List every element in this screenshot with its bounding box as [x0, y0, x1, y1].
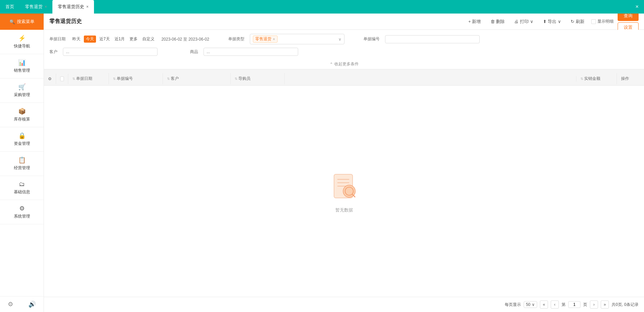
th-customer: ⇅ 客户: [163, 73, 231, 84]
sort-number-icon[interactable]: ⇅: [113, 77, 116, 81]
top-bar-close[interactable]: ×: [636, 4, 644, 10]
page-title: 零售退货历史: [49, 18, 82, 25]
product-filter-label: 商品: [190, 49, 198, 55]
date-filter-label: 单据日期: [49, 36, 66, 42]
sort-customer-icon[interactable]: ⇅: [167, 77, 170, 81]
sidebar-item-system-mgmt[interactable]: ⚙ 系统管理: [0, 200, 44, 224]
tab-retail-return-history-close[interactable]: ×: [86, 4, 89, 9]
sort-date-icon[interactable]: ⇅: [72, 77, 75, 81]
tab-retail-return-history-label: 零售退货历史: [58, 4, 84, 10]
tab-retail-return-close[interactable]: ×: [45, 4, 47, 9]
th-number: ⇅ 单据编号: [109, 73, 163, 84]
total-label: 共0页, 0条记录: [612, 302, 639, 308]
table-area: ⚙ ⇅ 单据日期 ⇅ 单据编号 ⇅ 客户 ⇅: [44, 72, 644, 312]
sidebar-item-finance-mgmt[interactable]: 🔒 资金管理: [0, 127, 44, 152]
page-input-prefix: 第: [562, 302, 566, 308]
refresh-btn[interactable]: ↻ 刷新: [568, 17, 587, 26]
quick-nav-label: 快捷导航: [14, 43, 30, 49]
inventory-icon: 📦: [18, 108, 26, 115]
sidebar-item-inventory-mgmt[interactable]: 📦 库存核算: [0, 103, 44, 127]
date-option-more[interactable]: 更多: [128, 36, 139, 43]
sidebar: 🔍 搜索菜单 ⚡ 快捷导航 📊 销售管理 🛒 采购管理 📦 库存核算 🔒 资金管…: [0, 14, 44, 312]
filter-row-2: 客户 商品: [49, 48, 639, 56]
number-filter-input[interactable]: [385, 35, 480, 43]
th-date: ⇅ 单据日期: [68, 73, 109, 84]
type-tag-close[interactable]: ×: [273, 37, 275, 42]
purchase-icon: 🛒: [18, 83, 26, 91]
th-amount-label: 实销金额: [584, 76, 600, 82]
date-option-prev[interactable]: 昨天: [71, 36, 82, 43]
display-detail-label: 显示明细: [597, 19, 614, 24]
pagination: 每页显示 50 ∨ « ‹ 第 页 › » 共0页, 0条记录: [44, 297, 644, 312]
page-input[interactable]: [568, 301, 580, 308]
new-btn-label: + 新增: [468, 19, 481, 25]
quick-nav-icon: ⚡: [18, 35, 26, 42]
table-header: ⚙ ⇅ 单据日期 ⇅ 单据编号 ⇅ 客户 ⇅: [44, 72, 644, 86]
delete-btn[interactable]: 🗑 删除: [488, 17, 508, 26]
collapse-icon: ⌃: [330, 62, 333, 67]
next-page-btn[interactable]: ›: [590, 300, 598, 309]
sidebar-item-ops-mgmt[interactable]: 📋 经营管理: [0, 152, 44, 176]
page-size-select[interactable]: 50 ∨: [524, 301, 537, 308]
th-date-label: 单据日期: [76, 76, 92, 82]
date-range-wrapper: 2023-06-02 至 2023-06-02: [161, 36, 209, 42]
date-option-custom[interactable]: 自定义: [141, 36, 156, 43]
print-btn[interactable]: 🖨 打印 ∨: [511, 17, 536, 26]
sidebar-settings-btn[interactable]: ⚙: [8, 300, 13, 308]
refresh-btn-label: ↻ 刷新: [571, 19, 585, 25]
prev-page-btn[interactable]: ‹: [551, 300, 559, 309]
ops-icon: 📋: [18, 156, 26, 164]
date-option-7days[interactable]: 近7天: [98, 36, 111, 43]
date-option-today[interactable]: 今天: [84, 36, 96, 43]
sidebar-bottom: ⚙ 🔊: [0, 296, 44, 312]
inventory-label: 库存核算: [14, 116, 30, 122]
date-range-text: 2023-06-02 至 2023-06-02: [161, 37, 209, 42]
sidebar-item-quick-nav[interactable]: ⚡ 快捷导航: [0, 30, 44, 54]
delete-btn-label: 🗑 删除: [491, 19, 505, 25]
table-settings-icon[interactable]: ⚙: [48, 76, 52, 81]
th-customer-label: 客户: [171, 76, 179, 82]
tab-retail-return[interactable]: 零售退货 ×: [20, 0, 52, 14]
sidebar-sound-btn[interactable]: 🔊: [28, 300, 36, 308]
page-header: 零售退货历史 + 新增 🗑 删除 🖨 打印 ∨ ⬆ 导出 ∨ ↻ 刷新: [44, 14, 644, 30]
display-detail-checkbox[interactable]: [591, 19, 596, 24]
date-option-1month[interactable]: 近1月: [113, 36, 126, 43]
sidebar-item-purchase-mgmt[interactable]: 🛒 采购管理: [0, 79, 44, 103]
product-filter-input[interactable]: [204, 48, 298, 56]
print-chevron-icon: ∨: [530, 19, 533, 24]
sidebar-item-basic-info[interactable]: 🗂 基础信息: [0, 176, 44, 200]
sales-label: 销售管理: [14, 68, 30, 73]
table-select-all-checkbox[interactable]: [60, 76, 64, 81]
collapse-bar[interactable]: ⌃ 收起更多条件: [49, 59, 639, 69]
type-selector[interactable]: 零售退货 × ∨: [250, 34, 344, 44]
page-label: 页: [583, 302, 587, 308]
customer-filter-input[interactable]: [63, 48, 158, 56]
export-btn[interactable]: ⬆ 导出 ∨: [540, 17, 564, 26]
query-btn[interactable]: 查询: [618, 14, 639, 21]
filter-area: 单据日期 昨天 今天 近7天 近1月 更多 自定义 2023-06-02 至 2…: [44, 30, 644, 69]
th-settings[interactable]: ⚙: [44, 74, 56, 84]
last-page-btn[interactable]: »: [601, 300, 609, 309]
main-layout: 🔍 搜索菜单 ⚡ 快捷导航 📊 销售管理 🛒 采购管理 📦 库存核算 🔒 资金管…: [0, 14, 644, 312]
sort-guide-icon[interactable]: ⇅: [235, 77, 237, 81]
first-page-btn[interactable]: «: [540, 300, 548, 309]
th-action: 操作: [617, 73, 644, 84]
sidebar-item-sales-mgmt[interactable]: 📊 销售管理: [0, 54, 44, 79]
collapse-label: 收起更多条件: [334, 61, 359, 67]
export-chevron-icon: ∨: [558, 19, 561, 24]
ops-label: 经营管理: [14, 165, 30, 171]
number-filter-label: 单据编号: [363, 36, 380, 42]
sort-amount-icon[interactable]: ⇅: [580, 77, 583, 81]
basic-info-label: 基础信息: [14, 189, 30, 195]
new-btn[interactable]: + 新增: [466, 17, 483, 26]
tab-list: 首页 零售退货 × 零售退货历史 ×: [0, 0, 636, 14]
tab-home[interactable]: 首页: [0, 0, 20, 14]
page-size-label: 每页显示: [505, 302, 521, 308]
th-spacer: [285, 76, 576, 82]
tab-retail-return-history[interactable]: 零售退货历史 ×: [52, 0, 94, 14]
sidebar-search[interactable]: 🔍 搜索菜单: [0, 14, 44, 30]
empty-state: 暂无数据: [44, 86, 644, 297]
empty-icon: [327, 169, 361, 203]
top-bar: 首页 零售退货 × 零售退货历史 × ×: [0, 0, 644, 14]
th-checkbox: [56, 74, 68, 84]
